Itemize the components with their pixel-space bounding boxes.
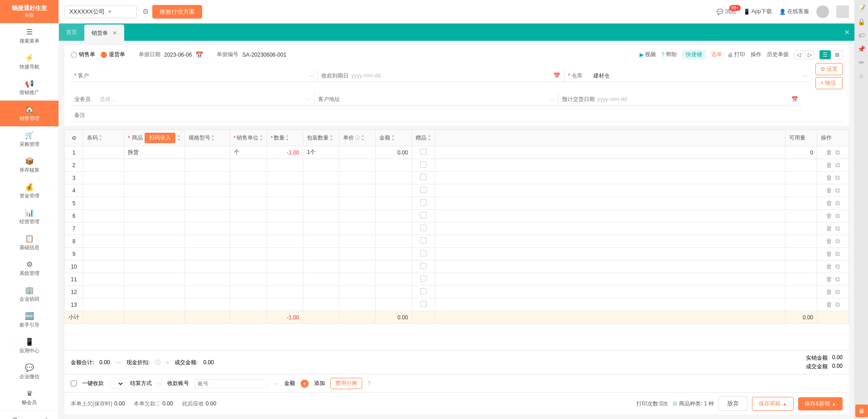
gift-checkbox[interactable]	[420, 212, 427, 218]
right-icon-screen[interactable]: 🖥	[855, 405, 868, 417]
cell-pkg-qty[interactable]	[303, 260, 339, 273]
cell-price[interactable]	[339, 222, 376, 235]
right-icon-pin[interactable]: 📌	[855, 43, 868, 55]
cell-pkg-qty[interactable]	[303, 286, 339, 299]
cell-unit[interactable]	[230, 222, 267, 235]
cell-price[interactable]	[339, 260, 376, 273]
help-btn[interactable]: ? 帮助	[661, 51, 677, 58]
delete-icon[interactable]: 🗑	[826, 174, 832, 181]
cell-gift[interactable]	[412, 286, 435, 299]
cell-gift[interactable]	[412, 172, 435, 184]
cell-price[interactable]	[339, 184, 376, 197]
cell-goods[interactable]	[124, 159, 185, 172]
logistics-btn[interactable]: + 物流	[815, 77, 843, 89]
cell-qty[interactable]	[267, 172, 303, 184]
cell-pkg-qty[interactable]	[303, 248, 339, 260]
user-menu-icon[interactable]	[836, 5, 849, 18]
delete-icon[interactable]: 🗑	[826, 275, 832, 283]
gift-checkbox[interactable]	[420, 288, 427, 294]
company-dropdown-icon[interactable]: ▾	[108, 8, 112, 15]
cell-gift[interactable]	[412, 235, 435, 248]
tab-close-all-icon[interactable]: ✕	[844, 28, 850, 37]
cell-amount[interactable]	[376, 184, 412, 197]
cell-gift[interactable]	[412, 222, 435, 235]
delete-icon[interactable]: 🗑	[826, 187, 832, 194]
expected-date-calendar-icon[interactable]: 📅	[791, 96, 798, 102]
cell-amount[interactable]	[376, 286, 412, 299]
cell-amount[interactable]	[376, 299, 412, 311]
cell-spec[interactable]	[184, 172, 230, 184]
cell-goods[interactable]	[124, 260, 185, 273]
gift-checkbox[interactable]	[420, 250, 427, 256]
cell-amount[interactable]	[376, 197, 412, 210]
cell-unit[interactable]	[230, 235, 267, 248]
cell-note[interactable]	[435, 286, 786, 299]
copy-icon[interactable]: ⧉	[835, 149, 840, 156]
copy-icon[interactable]: ⧉	[835, 187, 840, 194]
cell-unit[interactable]	[230, 184, 267, 197]
gift-checkbox[interactable]	[420, 187, 427, 193]
warehouse-dots[interactable]: ···	[803, 72, 807, 79]
cell-goods[interactable]: 拆货	[124, 146, 185, 159]
cell-pkg-qty[interactable]	[303, 159, 339, 172]
delete-icon[interactable]: 🗑	[826, 149, 832, 156]
expected-date-input[interactable]	[597, 96, 789, 102]
gift-checkbox[interactable]	[420, 237, 427, 244]
delete-icon[interactable]: 🗑	[826, 161, 832, 169]
cell-amount[interactable]	[376, 235, 412, 248]
cell-barcode[interactable]	[83, 184, 124, 197]
cell-note[interactable]	[435, 146, 786, 159]
tab-sales-order[interactable]: 销货单 ✕	[84, 24, 124, 42]
sidebar-item-quicknav[interactable]: ⚡ 快捷导航	[0, 49, 58, 75]
cell-price[interactable]	[339, 273, 376, 286]
cell-barcode[interactable]	[83, 210, 124, 222]
sidebar-item-finance[interactable]: 💰 资金管理	[0, 178, 58, 204]
cell-barcode[interactable]	[83, 172, 124, 184]
cell-amount[interactable]: 0.00	[376, 146, 412, 159]
account-input[interactable]	[194, 379, 269, 388]
cell-spec[interactable]	[184, 235, 230, 248]
cell-qty[interactable]	[267, 286, 303, 299]
view-list-btn[interactable]: ☰	[820, 50, 831, 59]
cell-barcode[interactable]	[83, 146, 124, 159]
history-btn[interactable]: 历史单据	[767, 51, 789, 58]
salesperson-input[interactable]	[100, 96, 303, 102]
collapse-icon[interactable]: ◁	[41, 415, 47, 419]
cell-goods[interactable]	[124, 172, 185, 184]
operate-btn[interactable]: 操作	[751, 51, 761, 58]
settings-icon[interactable]: ⚙	[11, 415, 19, 419]
cell-spec[interactable]	[184, 159, 230, 172]
cell-note[interactable]	[435, 235, 786, 248]
cell-qty[interactable]	[267, 248, 303, 260]
gift-checkbox[interactable]	[420, 174, 427, 180]
cell-note[interactable]	[435, 260, 786, 273]
next-page-btn[interactable]: ▷	[805, 50, 814, 59]
payment-date-input[interactable]	[351, 72, 551, 79]
cell-pkg-qty[interactable]	[303, 273, 339, 286]
cell-note[interactable]	[435, 273, 786, 286]
copy-icon[interactable]: ⧉	[835, 301, 840, 308]
cell-goods[interactable]	[124, 286, 185, 299]
delete-icon[interactable]: 🗑	[826, 250, 832, 257]
cell-price[interactable]	[339, 248, 376, 260]
online-service-btn[interactable]: 👤 在线客服	[779, 8, 809, 15]
cell-spec[interactable]	[184, 197, 230, 210]
abandon-btn[interactable]: 放弃	[718, 396, 747, 411]
cell-spec[interactable]	[184, 273, 230, 286]
copy-icon[interactable]: ⧉	[835, 275, 840, 283]
cell-price[interactable]	[339, 197, 376, 210]
calendar-icon[interactable]: 📅	[195, 51, 203, 58]
cell-pkg-qty[interactable]	[303, 235, 339, 248]
gift-checkbox[interactable]	[420, 225, 427, 231]
customer-addr-input[interactable]	[344, 96, 547, 102]
cell-barcode[interactable]	[83, 260, 124, 273]
settle-method-select[interactable]	[109, 379, 125, 389]
cell-amount[interactable]	[376, 273, 412, 286]
scan-btn[interactable]: 扫码录入	[145, 133, 175, 143]
cell-qty[interactable]	[267, 222, 303, 235]
cell-gift[interactable]	[412, 146, 435, 159]
cell-barcode[interactable]	[83, 299, 124, 311]
cell-goods[interactable]	[124, 235, 185, 248]
cell-qty[interactable]	[267, 299, 303, 311]
customer-addr-dots[interactable]: ···	[550, 96, 554, 102]
